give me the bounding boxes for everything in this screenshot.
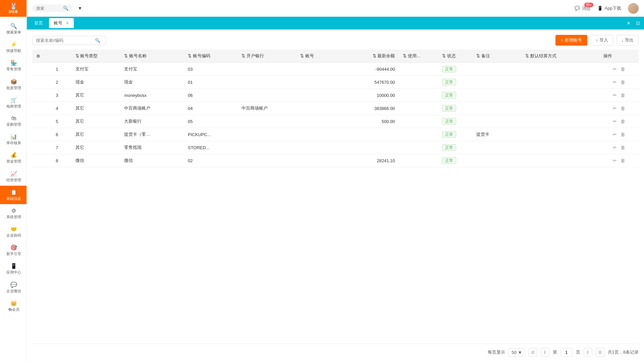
sidebar-item-ecommerce-mgmt[interactable]: 🛒 电商管理: [0, 94, 26, 112]
sidebar-item-finance-mgmt[interactable]: 💰 资金管理: [0, 148, 26, 167]
row-num-cell: 6: [52, 128, 71, 141]
sidebar-item-label: 畅会员: [8, 307, 19, 312]
message-button[interactable]: 💬 消息 99+: [575, 5, 591, 11]
delete-button[interactable]: 🗑: [619, 92, 627, 99]
import-button[interactable]: ↑ 导入: [591, 35, 613, 46]
header-dropdown[interactable]: ▼: [78, 6, 82, 11]
add-account-button[interactable]: + 新增账号: [555, 35, 587, 46]
sidebar-item-inventory-check[interactable]: 📊 库存核算: [0, 130, 26, 148]
current-page-input[interactable]: [560, 348, 573, 357]
col-default-sort-icon[interactable]: ⇅: [525, 53, 529, 58]
sidebar-item-member[interactable]: 👑 畅会员: [0, 297, 26, 315]
row-status-cell: 正常: [438, 76, 472, 89]
delete-button[interactable]: 🗑: [619, 131, 627, 138]
edit-button[interactable]: ✏: [611, 79, 618, 85]
row-balance-cell: [340, 141, 399, 154]
delete-button[interactable]: 🗑: [619, 118, 627, 125]
sidebar-item-enterprise-agreement[interactable]: 🤝 企业协同: [0, 223, 26, 241]
edit-button[interactable]: ✏: [611, 66, 618, 72]
col-code-sort-icon[interactable]: ⇅: [188, 53, 192, 58]
row-account-cell: [296, 76, 340, 89]
import-icon: ↑: [596, 38, 598, 43]
row-bank-cell: [237, 141, 296, 154]
col-type-sort-icon[interactable]: ⇅: [75, 53, 79, 58]
delete-button[interactable]: 🗑: [619, 79, 627, 85]
last-page-button[interactable]: ⟩⟩: [596, 348, 604, 357]
app-download-button[interactable]: 📱 App下载: [597, 5, 621, 11]
row-type-cell: 其它: [71, 89, 120, 102]
enterprise-wechat-icon: 💬: [10, 282, 17, 288]
tab-restore-button[interactable]: ⊡: [635, 19, 641, 27]
tab-account[interactable]: 账号 ✕: [49, 18, 74, 28]
header-search[interactable]: 🔍: [32, 4, 72, 12]
col-use-sort-icon[interactable]: ⇅: [403, 53, 407, 58]
page-size-select[interactable]: 50 ▼: [508, 348, 525, 357]
retail-mgmt-icon: 🏪: [10, 60, 17, 66]
next-page-button[interactable]: ⟩: [584, 348, 592, 357]
col-balance-sort-icon[interactable]: ⇅: [373, 53, 376, 58]
edit-button[interactable]: ✏: [611, 118, 618, 125]
sidebar-item-quick-nav[interactable]: ⚡ 快捷导航: [0, 38, 26, 56]
search-input[interactable]: [36, 38, 93, 43]
row-name-cell: 大新银行: [120, 115, 184, 128]
sidebar-item-label: 基础信息: [6, 196, 21, 201]
sidebar-item-label: 资金管理: [6, 159, 21, 164]
inventory-check-icon: 📊: [10, 133, 17, 140]
col-name-sort-icon[interactable]: ⇅: [124, 53, 128, 58]
first-page-button[interactable]: ⟨⟨: [529, 348, 537, 357]
row-name-cell: 零售抵现: [120, 141, 184, 154]
tab-bar-actions: ✕ ⊡: [625, 19, 641, 27]
row-num-cell: 7: [52, 141, 71, 154]
pagination-footer: 每页显示 50 ▼ ⟨⟨ ⟨ 第 页 ⟩ ⟩⟩ 共1页，8条记录: [32, 344, 639, 357]
sidebar-item-system-mgmt[interactable]: ⚙ 系统管理: [0, 204, 26, 223]
sidebar-item-new-guide[interactable]: 🎯 新手引导: [0, 241, 26, 259]
col-default: ⇅ 默认结算方式: [521, 50, 599, 63]
edit-button[interactable]: ✏: [611, 157, 618, 164]
app-download-icon: 📱: [597, 6, 603, 11]
row-remark-cell: [472, 102, 521, 115]
header-search-input[interactable]: [36, 6, 63, 11]
sidebar-item-purchase-mgmt[interactable]: 🛍 采购管理: [0, 112, 26, 130]
col-status-sort-icon[interactable]: ⇅: [442, 53, 446, 58]
row-settings-cell: [32, 115, 52, 128]
col-bank-sort-icon[interactable]: ⇅: [241, 53, 245, 58]
search-submit-icon[interactable]: 🔍: [95, 38, 100, 43]
sidebar-item-basic-info[interactable]: 📋 基础信息: [0, 186, 26, 204]
row-account-cell: [296, 154, 340, 167]
accounts-table: ⚙ ⇅ 账号类型 ⇅ 账号名称 ⇅ 账号编码: [32, 50, 639, 167]
tab-close-icon[interactable]: ✕: [66, 21, 69, 25]
sidebar-item-retail-mgmt[interactable]: 🏪 零售管理: [0, 56, 26, 75]
edit-button[interactable]: ✏: [611, 131, 618, 138]
row-account-cell: [296, 102, 340, 115]
main-wrapper: 🔍 ▼ 💬 消息 99+ 📱 App下载 首页 账号 ✕: [27, 0, 644, 362]
table-row: 4 其它 中百商场账户 04 中百商场账户 383866.00 正常 ✏ 🗑: [32, 102, 639, 115]
add-button-label: + 新增账号: [561, 37, 582, 43]
delete-button[interactable]: 🗑: [619, 157, 627, 164]
sidebar-item-operations-mgmt[interactable]: 📈 经营管理: [0, 167, 26, 186]
col-account-sort-icon[interactable]: ⇅: [300, 53, 304, 58]
row-bank-cell: [237, 89, 296, 102]
edit-button[interactable]: ✏: [611, 144, 618, 151]
row-name-cell: 现金: [120, 76, 184, 89]
delete-button[interactable]: 🗑: [619, 105, 627, 112]
delete-button[interactable]: 🗑: [619, 66, 627, 72]
search-box[interactable]: 🔍: [32, 36, 106, 45]
col-remark-sort-icon[interactable]: ⇅: [476, 53, 480, 58]
edit-button[interactable]: ✏: [611, 92, 618, 99]
settings-icon[interactable]: ⚙: [36, 54, 40, 59]
tab-home[interactable]: 首页: [30, 18, 48, 28]
sidebar-item-enterprise-wechat[interactable]: 💬 企业微信: [0, 278, 26, 297]
row-code-cell: 01: [184, 76, 237, 89]
delete-button[interactable]: 🗑: [619, 144, 627, 151]
home-tab-label: 首页: [34, 20, 43, 26]
sidebar-item-wholesale-mgmt[interactable]: 📦 批发管理: [0, 75, 26, 94]
tab-close-all-button[interactable]: ✕: [625, 19, 632, 27]
user-avatar[interactable]: [628, 3, 639, 14]
sidebar-item-app-center[interactable]: 📱 应用中心: [0, 259, 26, 278]
sidebar-item-search-menu[interactable]: 🔍 搜索菜单: [0, 19, 26, 38]
edit-button[interactable]: ✏: [611, 105, 618, 112]
export-button[interactable]: ↓ 导出: [616, 35, 639, 46]
row-status-cell: 正常: [438, 115, 472, 128]
prev-page-button[interactable]: ⟨: [541, 348, 549, 357]
col-status: ⇅ 状态: [438, 50, 472, 63]
